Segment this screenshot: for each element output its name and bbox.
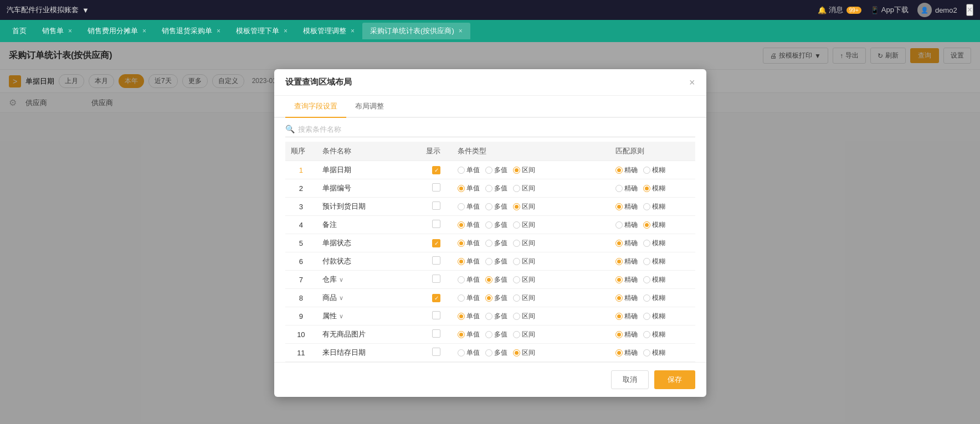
match-option-精确[interactable]: 精确: [615, 330, 638, 339]
match-option-模糊[interactable]: 模糊: [643, 220, 665, 230]
expand-icon[interactable]: ∨: [339, 313, 343, 320]
type-option-多值[interactable]: 多值: [485, 239, 507, 248]
expand-icon[interactable]: ∨: [339, 294, 343, 302]
type-option-区间[interactable]: 区间: [513, 348, 535, 358]
nav-tab-sales-return[interactable]: 销售退货采购单 ×: [154, 23, 228, 39]
dialog-close-button[interactable]: ×: [689, 77, 695, 87]
match-option-模糊[interactable]: 模糊: [643, 275, 665, 285]
row-name: 单据状态: [317, 234, 420, 252]
match-option-模糊[interactable]: 模糊: [643, 330, 665, 339]
match-option-模糊[interactable]: 模糊: [643, 202, 665, 211]
match-option-精确[interactable]: 精确: [615, 239, 638, 248]
type-option-多值[interactable]: 多值: [485, 293, 507, 303]
radio-btn: [513, 349, 520, 356]
type-option-区间[interactable]: 区间: [513, 220, 535, 230]
type-option-单值[interactable]: 单值: [458, 184, 480, 193]
match-option-模糊[interactable]: 模糊: [643, 348, 665, 358]
radio-btn: [643, 258, 650, 265]
match-option-模糊[interactable]: 模糊: [643, 293, 665, 303]
nav-tab-sales-expense-close[interactable]: ×: [142, 27, 146, 35]
radio-btn: [485, 203, 492, 210]
type-option-区间[interactable]: 区间: [513, 166, 535, 175]
type-option-单值[interactable]: 单值: [458, 239, 480, 248]
match-option-精确[interactable]: 精确: [615, 257, 638, 266]
match-option-模糊[interactable]: 模糊: [643, 166, 665, 175]
type-option-单值[interactable]: 单值: [458, 166, 480, 175]
type-option-多值[interactable]: 多值: [485, 166, 507, 175]
dialog-tab-layout[interactable]: 布局调整: [346, 96, 393, 118]
notification-area[interactable]: 🔔 消息 99+: [818, 5, 861, 15]
search-input[interactable]: [298, 125, 409, 133]
nav-tab-template-adjust[interactable]: 模板管理调整 ×: [295, 23, 362, 39]
match-option-精确[interactable]: 精确: [615, 293, 638, 303]
cancel-button[interactable]: 取消: [611, 370, 649, 389]
type-option-单值[interactable]: 单值: [458, 330, 480, 339]
type-option-区间[interactable]: 区间: [513, 330, 535, 339]
type-option-单值[interactable]: 单值: [458, 293, 480, 303]
type-option-多值[interactable]: 多值: [485, 220, 507, 230]
display-checkbox[interactable]: [432, 329, 440, 338]
nav-tab-template-order-close[interactable]: ×: [284, 27, 288, 35]
display-checkbox[interactable]: [432, 201, 440, 210]
row-seq: 5: [285, 234, 317, 252]
nav-tab-template-adjust-close[interactable]: ×: [351, 27, 355, 35]
match-option-精确[interactable]: 精确: [615, 202, 638, 211]
save-button[interactable]: 保存: [654, 370, 695, 389]
display-checkbox[interactable]: ✓: [432, 239, 440, 247]
nav-tab-sales-order[interactable]: 销售单 ×: [34, 23, 80, 39]
app-download-area[interactable]: 📱 App下载: [870, 5, 909, 15]
type-option-多值[interactable]: 多值: [485, 202, 507, 211]
type-option-多值[interactable]: 多值: [485, 184, 507, 193]
display-checkbox[interactable]: [432, 311, 440, 319]
type-option-单值[interactable]: 单值: [458, 257, 480, 266]
type-option-单值[interactable]: 单值: [458, 220, 480, 230]
nav-tab-sales-expense[interactable]: 销售费用分摊单 ×: [80, 23, 154, 39]
type-option-多值[interactable]: 多值: [485, 348, 507, 358]
dialog-tab-fields[interactable]: 查询字段设置: [285, 96, 346, 118]
display-checkbox[interactable]: [432, 256, 440, 265]
expand-icon[interactable]: ∨: [339, 276, 343, 283]
display-checkbox[interactable]: [432, 220, 440, 228]
match-option-精确[interactable]: 精确: [615, 220, 638, 230]
type-option-多值[interactable]: 多值: [485, 330, 507, 339]
type-option-区间[interactable]: 区间: [513, 239, 535, 248]
type-option-单值[interactable]: 单值: [458, 312, 480, 321]
type-option-区间[interactable]: 区间: [513, 275, 535, 285]
match-option-模糊[interactable]: 模糊: [643, 257, 665, 266]
type-option-单值[interactable]: 单值: [458, 275, 480, 285]
type-option-多值[interactable]: 多值: [485, 312, 507, 321]
nav-tab-purchase-stats[interactable]: 采购订单统计表(按供应商) ×: [362, 23, 470, 39]
match-option-模糊[interactable]: 模糊: [643, 184, 665, 193]
app-dropdown-icon[interactable]: ▼: [82, 6, 89, 14]
top-close-button[interactable]: ×: [966, 4, 973, 16]
display-checkbox[interactable]: [432, 348, 440, 356]
display-checkbox[interactable]: ✓: [432, 166, 440, 174]
type-option-多值[interactable]: 多值: [485, 257, 507, 266]
match-option-精确[interactable]: 精确: [615, 275, 638, 285]
match-option-精确[interactable]: 精确: [615, 166, 638, 175]
type-option-区间[interactable]: 区间: [513, 257, 535, 266]
match-option-精确[interactable]: 精确: [615, 184, 638, 193]
user-area[interactable]: 👤 demo2: [917, 3, 957, 17]
type-option-区间[interactable]: 区间: [513, 312, 535, 321]
type-option-区间[interactable]: 区间: [513, 202, 535, 211]
nav-tab-sales-return-close[interactable]: ×: [217, 27, 220, 35]
type-option-多值[interactable]: 多值: [485, 275, 507, 285]
row-seq: 3: [285, 198, 317, 216]
display-checkbox[interactable]: [432, 183, 440, 192]
nav-tab-sales-order-close[interactable]: ×: [68, 27, 72, 35]
display-checkbox[interactable]: ✓: [432, 294, 440, 302]
nav-home[interactable]: 首页: [4, 23, 34, 39]
type-option-单值[interactable]: 单值: [458, 348, 480, 358]
nav-tab-template-order[interactable]: 模板管理下单 ×: [228, 23, 295, 39]
type-option-区间[interactable]: 区间: [513, 184, 535, 193]
radio-btn: [643, 240, 650, 247]
type-option-单值[interactable]: 单值: [458, 202, 480, 211]
match-option-模糊[interactable]: 模糊: [643, 312, 665, 321]
match-option-模糊[interactable]: 模糊: [643, 239, 665, 248]
match-option-精确[interactable]: 精确: [615, 348, 638, 358]
match-option-精确[interactable]: 精确: [615, 312, 638, 321]
type-option-区间[interactable]: 区间: [513, 293, 535, 303]
nav-tab-purchase-stats-close[interactable]: ×: [459, 27, 463, 35]
display-checkbox[interactable]: [432, 275, 440, 283]
